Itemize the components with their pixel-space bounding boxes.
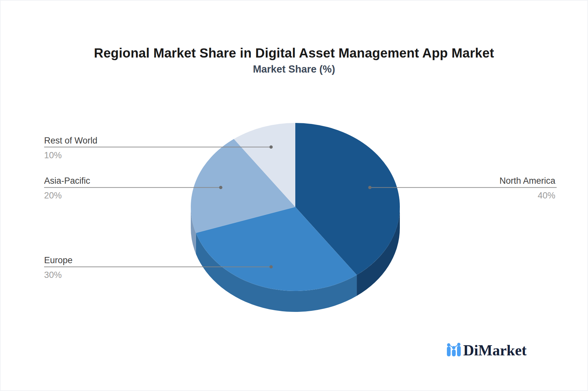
slice-label-europe: Europe xyxy=(44,255,73,265)
slice-label-asia-pacific: Asia-Pacific xyxy=(44,176,90,186)
slice-value-rest-of-world: 10% xyxy=(44,150,62,161)
pie-chart xyxy=(1,1,588,391)
slice-value-asia-pacific: 20% xyxy=(44,190,62,201)
chart-canvas: Regional Market Share in Digital Asset M… xyxy=(0,0,588,391)
slice-value-north-america: 40% xyxy=(538,190,555,201)
logo-wordmark: DiMarket xyxy=(463,343,527,358)
logo: DiMarket xyxy=(445,342,543,362)
slice-label-north-america: North America xyxy=(499,176,555,186)
bar-line-chart-icon xyxy=(445,342,462,357)
slice-label-rest-of-world: Rest of World xyxy=(44,135,97,146)
slice-value-europe: 30% xyxy=(44,270,62,280)
